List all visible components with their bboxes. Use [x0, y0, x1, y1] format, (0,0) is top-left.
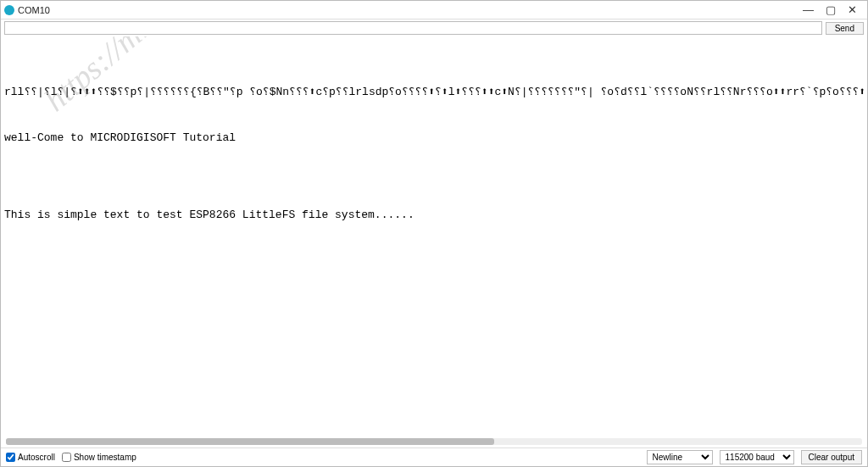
console-line: rll⸮⸮|⸮l⸮|⸮⬆⬆⬆⸮⸮$⸮⸮p⸮|⸮⸮⸮⸮⸮⸮{⸮B⸮⸮"⸮p ⸮o⸮…: [4, 85, 864, 100]
window-title: COM10: [18, 5, 803, 15]
window-controls: — ▢ ✕: [803, 4, 864, 15]
autoscroll-toggle[interactable]: Autoscroll: [6, 453, 55, 462]
console-line: well-Come to MICRODIGISOFT Tutorial: [4, 131, 864, 146]
timestamp-toggle[interactable]: Show timestamp: [62, 453, 136, 462]
close-button[interactable]: ✕: [848, 4, 857, 15]
timestamp-checkbox[interactable]: [62, 453, 71, 462]
watermark-text: https://microdigisoft.com - 224196: [35, 36, 406, 122]
scroll-thumb[interactable]: [6, 438, 494, 445]
serial-monitor-window: COM10 — ▢ ✕ Send https://microdigisoft.c…: [0, 0, 868, 467]
titlebar: COM10 — ▢ ✕: [1, 1, 867, 19]
input-row: Send: [1, 19, 867, 36]
maximize-button[interactable]: ▢: [826, 4, 836, 15]
serial-output: https://microdigisoft.com - 224196 rll⸮⸮…: [1, 36, 867, 436]
console-line: This is simple text to test ESP8266 Litt…: [4, 208, 864, 223]
scroll-track: [6, 438, 862, 445]
timestamp-label: Show timestamp: [74, 453, 136, 462]
clear-output-button[interactable]: Clear output: [801, 450, 862, 464]
baudrate-select[interactable]: 9600 baud19200 baud38400 baud57600 baud1…: [720, 450, 794, 464]
send-button[interactable]: Send: [826, 22, 864, 35]
autoscroll-label: Autoscroll: [18, 453, 55, 462]
horizontal-scrollbar[interactable]: [1, 436, 867, 448]
autoscroll-checkbox[interactable]: [6, 453, 15, 462]
serial-input[interactable]: [4, 21, 822, 35]
line-ending-select[interactable]: No line endingNewlineCarriage returnBoth…: [647, 450, 713, 464]
footer-bar: Autoscroll Show timestamp No line ending…: [1, 448, 867, 466]
app-icon: [4, 5, 14, 15]
minimize-button[interactable]: —: [803, 4, 814, 15]
